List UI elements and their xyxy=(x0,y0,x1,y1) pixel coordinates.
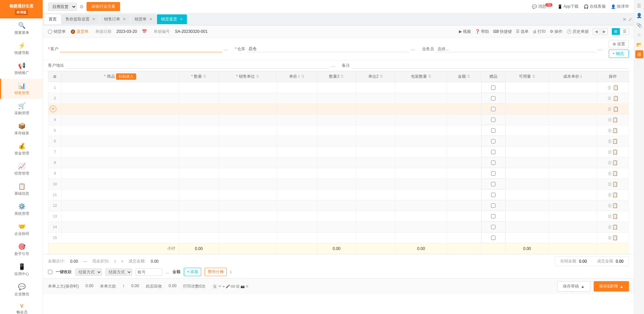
copy-icon[interactable]: 📋 xyxy=(612,181,618,187)
delete-icon[interactable]: 🗑 xyxy=(607,138,612,144)
unit-price-cell[interactable] xyxy=(277,93,317,104)
copy-icon[interactable]: 📋 xyxy=(613,85,619,90)
logistics-btn[interactable]: + 物流 xyxy=(609,50,629,58)
tab-sales-return[interactable]: 销货退货 ✕ xyxy=(157,14,187,24)
sort-icon3[interactable]: ⇅ xyxy=(301,74,305,79)
sidebar-item-marketing[interactable]: 📢 营销推广 xyxy=(0,59,43,79)
sidebar-item-inventory[interactable]: 📦 库存核算 xyxy=(0,119,43,139)
quantity2-cell[interactable] xyxy=(317,93,356,104)
one-click-checkbox[interactable] xyxy=(48,270,52,274)
online-service-btn[interactable]: 🎧 在线客服 xyxy=(584,4,606,9)
sidebar-item-sales[interactable]: 📊 销售管理 xyxy=(0,79,43,99)
amount-cell[interactable] xyxy=(447,93,481,104)
warehouse-input[interactable] xyxy=(247,46,409,52)
product-cell[interactable] xyxy=(62,82,179,93)
unit-price-cell[interactable] xyxy=(277,82,317,93)
single-owe-icon[interactable]: ℹ xyxy=(123,284,124,289)
delete-icon[interactable]: 🗑 xyxy=(607,213,612,219)
delete-icon[interactable]: 🗑 xyxy=(607,149,612,154)
scan-btn[interactable]: 扫码录入 xyxy=(116,73,136,80)
right-btn-2[interactable]: 👤 xyxy=(635,11,643,19)
sort-icon6[interactable]: ⇅ xyxy=(428,74,431,79)
print-btn[interactable]: 🖨 打印 xyxy=(533,29,546,35)
delete-icon[interactable]: 🗑 xyxy=(607,203,612,208)
sidebar-item-app[interactable]: 📱 应用中心 xyxy=(0,260,43,280)
copy-icon[interactable]: 📋 xyxy=(612,203,618,208)
save-draft-btn[interactable]: 保存草稿 ▲ xyxy=(557,281,590,292)
operate-btn[interactable]: ⚙ 操作 xyxy=(550,29,562,35)
copy-icon[interactable]: 📋 xyxy=(613,106,619,112)
gift-checkbox[interactable] xyxy=(491,85,495,90)
copy-icon[interactable]: 📋 xyxy=(612,192,618,197)
gift-cell[interactable] xyxy=(481,82,505,93)
select-btn[interactable]: ☰ 选单 xyxy=(516,29,529,35)
warehouse-dots[interactable]: ... xyxy=(411,47,415,51)
customer-dots[interactable]: ... xyxy=(224,47,228,51)
sales-unit-cell[interactable] xyxy=(219,93,277,104)
right-btn-6[interactable]: ⊞ xyxy=(635,50,643,58)
quantity2-cell-active[interactable] xyxy=(317,104,356,114)
right-btn-1[interactable]: ☰ xyxy=(635,2,643,10)
shortcut-btn[interactable]: ⌨ 快捷键 xyxy=(493,29,512,35)
unit-price-cell-active[interactable] xyxy=(277,104,317,114)
calendar-icon[interactable]: 📅 xyxy=(142,29,147,34)
add-btn[interactable]: + 添加 xyxy=(184,268,201,276)
quantity-cell[interactable] xyxy=(179,82,219,93)
delete-icon[interactable]: 🗑 xyxy=(607,85,612,90)
delete-icon[interactable]: 🗑 xyxy=(607,235,612,240)
save-new-btn[interactable]: 保存&新增 ▲ xyxy=(594,281,629,292)
delete-icon[interactable]: 🗑 xyxy=(607,106,612,112)
account-dots[interactable]: ... xyxy=(166,270,169,274)
delete-icon[interactable]: 🗑 xyxy=(607,192,612,197)
delete-icon[interactable]: 🗑 xyxy=(607,117,612,122)
sidebar-item-system[interactable]: ⚙️ 系统管理 xyxy=(0,199,43,219)
available-cell-active[interactable] xyxy=(505,104,548,114)
right-btn-5[interactable]: 📂 xyxy=(635,41,643,49)
close-tab-icon[interactable]: ✕ xyxy=(623,17,627,22)
product-cell[interactable] xyxy=(62,93,179,104)
quantity2-cell[interactable] xyxy=(317,82,356,93)
sidebar-item-purchase[interactable]: 🛒 采购管理 xyxy=(0,99,43,119)
package-qty-cell-active[interactable] xyxy=(395,104,447,114)
sort-icon8[interactable]: ⇅ xyxy=(532,74,535,79)
copy-icon[interactable]: 📋 xyxy=(612,138,618,144)
cost-price-cell-active[interactable] xyxy=(549,104,597,114)
delete-icon[interactable]: 🗑 xyxy=(607,128,612,133)
gift-cell-active[interactable] xyxy=(481,104,505,114)
delete-icon[interactable]: 🗑 xyxy=(607,171,612,176)
view-list-btn[interactable]: ☰ xyxy=(621,28,629,35)
col-setting[interactable]: ⚙ xyxy=(48,71,62,82)
video-btn[interactable]: ▶ 视频 xyxy=(459,29,471,35)
package-qty-cell[interactable] xyxy=(395,93,447,104)
copy-icon[interactable]: 📋 xyxy=(612,171,618,176)
copy-icon[interactable]: 📋 xyxy=(612,160,618,165)
settlement-select[interactable]: 结算方式 xyxy=(75,268,102,276)
info-icon2[interactable]: ℹ xyxy=(580,74,582,79)
salesperson-input[interactable] xyxy=(436,46,596,52)
address-dots[interactable]: ... xyxy=(331,63,335,68)
tab-sales-order-close[interactable]: ✕ xyxy=(123,17,126,21)
gift-checkbox[interactable] xyxy=(491,96,495,101)
cost-price-cell[interactable] xyxy=(549,82,597,93)
experience-btn[interactable]: 体验行业方案 xyxy=(87,2,120,11)
cost-price-cell[interactable] xyxy=(549,93,597,104)
remark-input[interactable] xyxy=(352,62,629,69)
view-grid-btn[interactable]: ⊞ xyxy=(612,28,620,35)
tab-sales-return-close[interactable]: ✕ xyxy=(180,17,183,21)
available-cell[interactable] xyxy=(505,93,548,104)
settings-btn[interactable]: ⚙ 设置 xyxy=(609,40,629,48)
delete-icon[interactable]: 🗑 xyxy=(607,96,612,101)
copy-icon[interactable]: 📋 xyxy=(612,128,618,133)
module-selector[interactable]: 日用百货 xyxy=(48,3,77,11)
account-input[interactable] xyxy=(136,268,162,276)
delete-icon[interactable]: 🗑 xyxy=(607,181,612,187)
address-input[interactable] xyxy=(66,62,329,69)
gift-checkbox-active[interactable] xyxy=(491,107,495,111)
product-cell-active[interactable] xyxy=(62,104,179,114)
sidebar-item-shortcut[interactable]: ⚡ 快捷导航 xyxy=(0,39,43,59)
app-download-btn[interactable]: 📱 App下载 xyxy=(557,4,579,9)
unit2-cell-active[interactable] xyxy=(356,104,395,114)
sidebar-item-search[interactable]: 🔍 搜索菜单 xyxy=(0,18,43,39)
fee-btn[interactable]: 费用分摊 xyxy=(205,268,227,276)
tab-price-setting[interactable]: 售价提取设置 ✕ xyxy=(61,14,99,24)
